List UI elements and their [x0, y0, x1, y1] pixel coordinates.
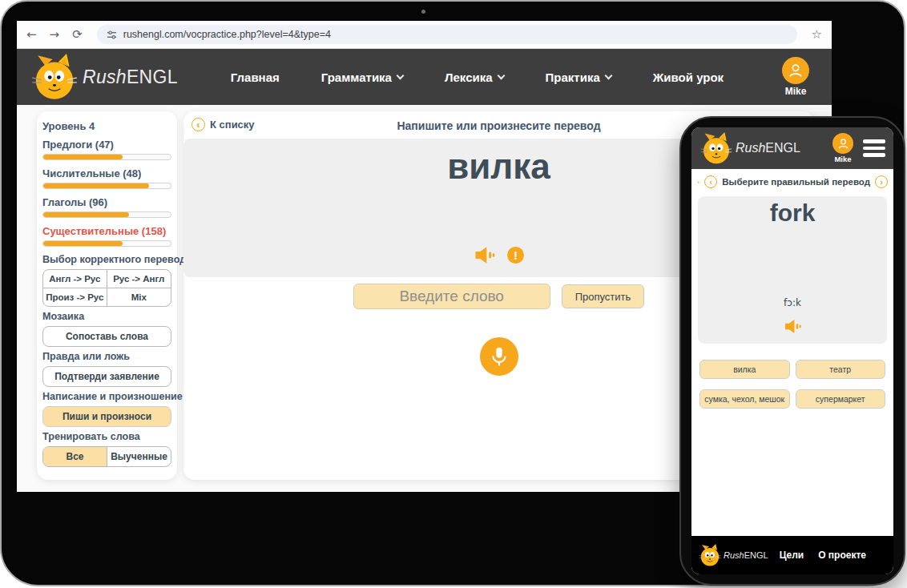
- phone-screen: RushENGL Mike ‹ Выберите правильный пере…: [691, 127, 893, 574]
- practice-sidebar: Уровень 4 Предлоги (47) Числительные (48…: [37, 111, 177, 480]
- settings-gear-icon[interactable]: [697, 174, 699, 191]
- section-title-mosaic: Мозаика: [42, 311, 171, 322]
- speaker-icon[interactable]: [474, 246, 496, 264]
- user-name: Mike: [785, 86, 807, 97]
- mode-rus-eng[interactable]: Рус -> Англ: [107, 270, 171, 288]
- tablet-camera-dot: [421, 10, 425, 14]
- train-learned-button[interactable]: Выученные: [107, 447, 171, 466]
- nav-item-glavnaya[interactable]: Главная: [231, 70, 280, 84]
- category-label-active[interactable]: Существительные (158): [42, 225, 171, 237]
- category-block: Числительные (48): [42, 167, 171, 189]
- answer-option[interactable]: театр: [796, 360, 886, 379]
- phone-user-menu[interactable]: Mike: [832, 133, 853, 163]
- brand-name: RushENGL: [83, 66, 178, 88]
- category-block: Глаголы (96): [42, 196, 171, 218]
- browser-back-icon[interactable]: ←: [26, 29, 37, 41]
- confirm-statement-button[interactable]: Подтверди заявление: [42, 366, 171, 387]
- microphone-icon: [489, 346, 510, 367]
- browser-reload-icon[interactable]: ⟳: [72, 29, 83, 41]
- chevron-down-icon: [604, 71, 612, 79]
- answer-option[interactable]: сумка, чехол, мешок: [699, 389, 790, 409]
- write-and-pronounce-button[interactable]: Пиши и произноси: [42, 406, 171, 427]
- site-header: RushENGL Главная Грамматика Лексика Прак…: [17, 49, 832, 105]
- brand-name: RushENGL: [736, 141, 800, 155]
- hamburger-menu-icon[interactable]: [863, 136, 885, 160]
- site-logo[interactable]: RushENGL: [30, 54, 178, 100]
- phone-footer: RushENGL Цели О проекте: [691, 536, 893, 574]
- footer-link-about[interactable]: О проекте: [818, 550, 866, 561]
- page: ← → ⟳ rushengl.com/vocpractice.php?level…: [0, 0, 907, 588]
- mode-eng-rus[interactable]: Англ -> Рус: [43, 270, 107, 288]
- train-all-button[interactable]: Все: [43, 447, 107, 466]
- person-icon: [787, 62, 804, 79]
- url-bar[interactable]: rushengl.com/vocpractice.php?level=4&typ…: [97, 25, 797, 44]
- match-words-button[interactable]: Сопоставь слова: [42, 326, 171, 347]
- phone-prompt-word: fork: [698, 199, 887, 227]
- chevron-down-icon: [397, 71, 405, 79]
- user-menu[interactable]: Mike: [772, 57, 819, 97]
- answer-options: вилка театр сумка, чехол, мешок супермар…: [699, 360, 885, 409]
- category-block: Существительные (158): [42, 225, 171, 247]
- nav-item-grammatika[interactable]: Грамматика: [321, 70, 403, 84]
- avatar[interactable]: [832, 133, 853, 154]
- section-title-translation-choice: Выбор корректного перевода: [42, 254, 171, 265]
- url-text: rushengl.com/vocpractice.php?level=4&typ…: [123, 29, 331, 40]
- phone-word-panel: fork fɔ:k: [698, 196, 887, 344]
- microphone-button[interactable]: [480, 337, 518, 376]
- section-title-train: Тренировать слова: [42, 431, 171, 442]
- word-input[interactable]: [353, 284, 550, 309]
- phone-task-toolbar: ‹ Выберите правильный перевод ›: [691, 169, 893, 195]
- nav-item-zhivoy-urok[interactable]: Живой урок: [653, 70, 724, 84]
- category-label[interactable]: Предлоги (47): [42, 139, 171, 151]
- brand-name: RushENGL: [724, 550, 768, 560]
- nav-item-praktika[interactable]: Практика: [546, 70, 611, 84]
- phone-header: RushENGL Mike: [691, 127, 893, 169]
- browser-forward-icon[interactable]: →: [50, 29, 60, 41]
- main-nav: Главная Грамматика Лексика Практика Живо…: [231, 70, 724, 84]
- prev-word-button[interactable]: ‹: [704, 175, 717, 188]
- site-info-icon[interactable]: [107, 30, 117, 40]
- speaker-icon[interactable]: [784, 319, 802, 334]
- answer-option[interactable]: супермаркет: [796, 389, 886, 409]
- cat-mascot-icon: [698, 544, 722, 566]
- exclamation-icon[interactable]: !: [507, 247, 524, 264]
- browser-toolbar: ← → ⟳ rushengl.com/vocpractice.php?level…: [17, 21, 832, 49]
- mode-mix[interactable]: Mix: [107, 288, 171, 306]
- phone-task-instruction: Выберите правильный перевод: [722, 177, 870, 187]
- progress-bar: [42, 183, 171, 189]
- level-label: Уровень 4: [42, 120, 171, 132]
- cat-mascot-icon: [30, 54, 79, 100]
- user-name: Mike: [834, 155, 851, 163]
- section-title-true-false: Правда или ложь: [42, 351, 171, 362]
- progress-bar: [42, 154, 171, 160]
- chevron-down-icon: [497, 71, 505, 79]
- progress-bar: [42, 240, 171, 247]
- category-block: Предлоги (47): [42, 139, 171, 160]
- cat-mascot-icon: [699, 132, 733, 164]
- nav-item-leksika[interactable]: Лексика: [445, 70, 504, 84]
- footer-link-goals[interactable]: Цели: [780, 550, 804, 561]
- progress-bar: [42, 211, 171, 218]
- translation-mode-grid: Англ -> Рус Рус -> Англ Произ -> Рус Mix: [42, 269, 171, 307]
- transcription: fɔ:k: [698, 297, 887, 308]
- section-title-writing: Написание и произношение: [42, 391, 171, 402]
- avatar[interactable]: [782, 57, 809, 84]
- skip-button[interactable]: Пропустить: [562, 284, 645, 308]
- next-word-button[interactable]: ›: [875, 175, 888, 188]
- phone-device-frame: RushENGL Mike ‹ Выберите правильный пере…: [679, 116, 905, 586]
- answer-option[interactable]: вилка: [699, 360, 790, 379]
- category-label[interactable]: Глаголы (96): [42, 196, 171, 208]
- person-icon: [836, 137, 850, 151]
- bookmark-star-icon[interactable]: ☆: [812, 27, 822, 42]
- category-label[interactable]: Числительные (48): [42, 167, 171, 179]
- mode-pron-rus[interactable]: Произ -> Рус: [43, 288, 107, 306]
- train-words-toggle: Все Выученные: [42, 446, 171, 467]
